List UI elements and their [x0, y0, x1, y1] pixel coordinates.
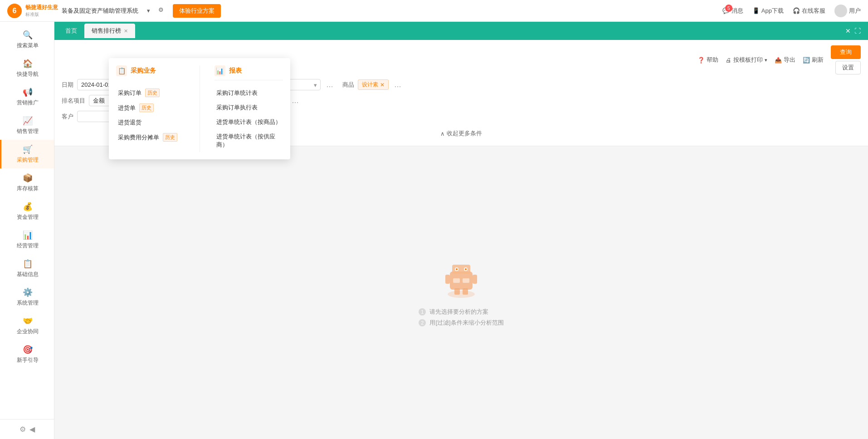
- tab-bar-right: ✕ ⛶: [845, 27, 864, 35]
- sidebar-label-enterprise: 企业协同: [17, 328, 39, 335]
- sidebar-item-guide[interactable]: 🎯 新手引导: [0, 340, 54, 369]
- cart-icon: 🛒: [23, 144, 33, 154]
- dropdown-item-incoming-stat-goods[interactable]: 进货单统计表（按商品）: [215, 115, 283, 129]
- system-settings-button[interactable]: ⚙: [158, 6, 167, 15]
- print-button[interactable]: 🖨 按模板打印 ▾: [726, 56, 767, 64]
- sidebar-item-enterprise[interactable]: 🤝 企业协同: [0, 311, 54, 340]
- dropdown-item-purchase-order-exec[interactable]: 采购订单执行表: [215, 100, 283, 115]
- header-middle: 装备及固定资产辅助管理系统 ▾ ⚙ 体验行业方案: [62, 4, 722, 18]
- sidebar-item-finance[interactable]: 💰 资金管理: [0, 197, 54, 226]
- sidebar-label-system: 系统管理: [17, 299, 39, 307]
- sidebar-label-sales: 销售管理: [17, 128, 39, 135]
- online-service-button[interactable]: 🎧 在线客服: [793, 7, 825, 15]
- purchase-order-stat-label: 采购订单统计表: [216, 89, 258, 97]
- purchase-col: 📋 采购业务 采购订单 历史 进货单 历史 进货退货: [116, 65, 185, 152]
- goods-more-button[interactable]: …: [392, 81, 403, 89]
- user-button[interactable]: 用户: [834, 5, 861, 17]
- logo-icon: 6: [7, 4, 22, 18]
- message-badge-wrap: 💬 5: [722, 7, 730, 14]
- sidebar-item-basic-info[interactable]: 📋 基础信息: [0, 254, 54, 283]
- purchase-col-label: 采购业务: [131, 67, 156, 75]
- sidebar-collapse-button[interactable]: ◀: [29, 425, 35, 434]
- incoming-stat-supplier-label: 进货单统计表（按供应商）: [216, 133, 282, 149]
- sidebar-item-search[interactable]: 🔍 搜索菜单: [0, 25, 54, 54]
- content-area: 首页 销售排行榜 ✕ ✕ ⛶ ❓ 帮助: [54, 22, 868, 439]
- sidebar-item-operation[interactable]: 📊 经营管理: [0, 226, 54, 254]
- message-label: 消息: [731, 7, 743, 15]
- clipboard-icon: 📋: [23, 259, 33, 269]
- purchase-cost-label: 采购费用分摊单: [118, 133, 159, 142]
- dropdown-item-purchase-order-stat[interactable]: 采购订单统计表: [215, 86, 283, 100]
- tip-text-1: 请先选择要分析的方案: [429, 308, 488, 316]
- system-dropdown-button[interactable]: ▾: [144, 6, 153, 15]
- sidebar: 🔍 搜索菜单 🏠 快捷导航 📢 营销推广 📈 销售管理 🛒 采购管理 📦 库存核…: [0, 22, 54, 439]
- svg-point-6: [465, 268, 467, 270]
- system-title: 装备及固定资产辅助管理系统: [62, 7, 138, 15]
- dropdown-columns: 📋 采购业务 采购订单 历史 进货单 历史 进货退货: [116, 65, 283, 152]
- tab-sales-rank-label: 销售排行榜: [92, 27, 121, 35]
- tab-maximize-icon[interactable]: ⛶: [854, 27, 861, 35]
- svg-rect-10: [463, 288, 468, 295]
- help-label: 帮助: [707, 56, 718, 64]
- message-count: 5: [725, 5, 732, 12]
- export-button[interactable]: 📤 导出: [775, 56, 795, 64]
- sidebar-item-quick-nav[interactable]: 🏠 快捷导航: [0, 54, 54, 83]
- purchase-col-icon: 📋: [116, 65, 127, 76]
- dropdown-item-incoming[interactable]: 进货单 历史: [116, 100, 185, 115]
- search-icon: 🔍: [23, 30, 33, 40]
- sidebar-item-marketing[interactable]: 📢 营销推广: [0, 83, 54, 111]
- print-icon: 🖨: [726, 57, 731, 64]
- query-button[interactable]: 查询: [831, 45, 861, 59]
- refresh-label: 刷新: [812, 56, 824, 64]
- report-col-label: 报表: [229, 67, 242, 75]
- settings-button[interactable]: 设置: [835, 61, 861, 74]
- dropdown-item-incoming-stat-supplier[interactable]: 进货单统计表（按供应商）: [215, 129, 283, 152]
- svg-rect-8: [473, 275, 477, 284]
- incoming-stat-goods-label: 进货单统计表（按商品）: [216, 118, 281, 126]
- goods-tag-close[interactable]: ✕: [380, 82, 385, 88]
- app-download-label: App下载: [761, 7, 784, 15]
- sidebar-item-sales[interactable]: 📈 销售管理: [0, 111, 54, 140]
- user-avatar: [834, 5, 847, 17]
- money-icon: 💰: [23, 202, 33, 212]
- sidebar-label-inventory: 库存核算: [17, 185, 39, 192]
- svg-point-5: [456, 268, 458, 270]
- incoming-label: 进货单: [118, 104, 136, 112]
- industry-button[interactable]: 体验行业方案: [173, 4, 221, 18]
- sidebar-item-system[interactable]: ⚙️ 系统管理: [0, 283, 54, 311]
- tip-num-1: 1: [419, 308, 426, 316]
- sidebar-bottom: ⚙ ◀: [0, 419, 54, 439]
- report-col-title: 📊 报表: [215, 65, 283, 80]
- purchase-dropdown-menu: 📋 采购业务 采购订单 历史 进货单 历史 进货退货: [109, 58, 290, 159]
- collapse-label: 收起更多条件: [447, 129, 482, 138]
- empty-tip-1: 1 请先选择要分析的方案: [419, 308, 503, 316]
- app-download-button[interactable]: 📱 App下载: [752, 7, 784, 15]
- dropdown-item-purchase-cost[interactable]: 采购费用分摊单 历史: [116, 130, 185, 145]
- sidebar-item-purchase[interactable]: 🛒 采购管理: [0, 140, 54, 168]
- tab-sales-rank[interactable]: 销售排行榜 ✕: [84, 24, 135, 38]
- refresh-button[interactable]: 🔄 刷新: [803, 56, 824, 64]
- refresh-icon: 🔄: [803, 57, 810, 64]
- tab-home-label: 首页: [65, 27, 77, 35]
- salesman-more-button[interactable]: …: [290, 97, 301, 105]
- export-icon: 📤: [775, 57, 782, 64]
- tab-home[interactable]: 首页: [58, 24, 84, 38]
- empty-state: 1 请先选择要分析的方案 2 用[过滤]条件来缩小分析范围: [54, 146, 868, 436]
- status-more-button[interactable]: …: [324, 81, 335, 89]
- dropdown-item-purchase-order[interactable]: 采购订单 历史: [116, 85, 185, 100]
- help-button[interactable]: ❓ 帮助: [697, 56, 718, 64]
- dropdown-item-incoming-return[interactable]: 进货退货: [116, 115, 185, 130]
- goods-tag: 设计素 ✕: [358, 79, 389, 90]
- sidebar-item-inventory[interactable]: 📦 库存核算: [0, 168, 54, 197]
- report-col: 📊 报表 采购订单统计表 采购订单执行表 进货单统计表（按商品）: [215, 65, 283, 152]
- purchase-col-title: 📋 采购业务: [116, 65, 185, 80]
- collapse-button[interactable]: ∧ 收起更多条件: [438, 127, 485, 140]
- tab-close-button[interactable]: ✕: [124, 28, 128, 34]
- sidebar-settings-button[interactable]: ⚙: [20, 425, 26, 434]
- logo-main: 畅捷通好生意: [25, 4, 58, 11]
- message-button[interactable]: 💬 5 消息: [722, 7, 743, 15]
- svg-rect-9: [454, 288, 460, 295]
- phone-icon: 📱: [752, 7, 760, 14]
- tab-window-close-icon[interactable]: ✕: [845, 27, 851, 35]
- purchase-order-exec-label: 采购订单执行表: [216, 104, 258, 112]
